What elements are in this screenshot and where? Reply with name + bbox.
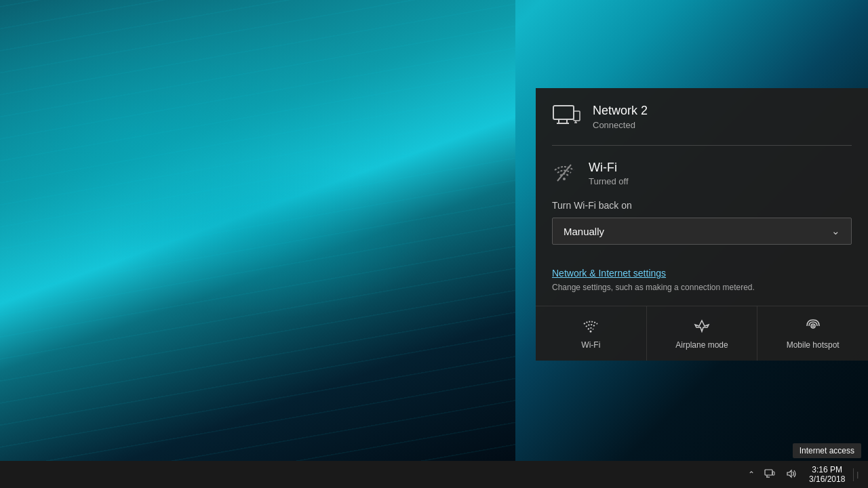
clock-time: 3:16 PM [812, 465, 842, 474]
wifi-quick-icon [583, 319, 599, 336]
internet-access-tooltip: Internet access [793, 443, 861, 458]
svg-rect-0 [553, 106, 574, 119]
mobile-hotspot-icon [805, 319, 821, 336]
svg-rect-4 [574, 111, 580, 121]
chevron-down-icon: ⌄ [831, 225, 840, 237]
manually-dropdown[interactable]: Manually ⌄ [552, 218, 852, 245]
network-flyout-panel: Network 2 Connected Wi-Fi Turned off Tur… [536, 88, 868, 361]
wifi-name: Wi-Fi [589, 161, 852, 175]
taskbar-network-icon[interactable] [760, 466, 779, 483]
system-tray-expand-icon[interactable]: ⌃ [745, 467, 757, 482]
wifi-quick-label: Wi-Fi [581, 340, 600, 350]
network-info: Network 2 Connected [593, 103, 852, 130]
settings-section: Network & Internet settings Change setti… [536, 254, 868, 303]
clock-area[interactable]: 3:16 PM 3/16/2018 [804, 465, 850, 484]
wifi-off-icon [552, 162, 576, 185]
network-name: Network 2 [593, 103, 852, 119]
mobile-hotspot-label: Mobile hotspot [787, 340, 840, 350]
network-monitor-icon [552, 104, 580, 129]
wifi-section: Wi-Fi Turned off [536, 146, 868, 193]
turn-wifi-label: Turn Wi-Fi back on [552, 200, 852, 211]
dropdown-selected-value: Manually [564, 226, 604, 237]
airplane-mode-icon [694, 319, 710, 336]
airplane-mode-quick-btn[interactable]: Airplane mode [647, 306, 758, 361]
settings-description: Change settings, such as making a connec… [552, 283, 852, 292]
wifi-status: Turned off [589, 176, 852, 186]
svg-rect-12 [765, 470, 772, 475]
network-connected-section: Network 2 Connected [536, 88, 868, 145]
network-settings-link[interactable]: Network & Internet settings [552, 268, 852, 279]
turn-wifi-section: Turn Wi-Fi back on Manually ⌄ [536, 193, 868, 254]
svg-point-11 [812, 325, 814, 327]
network-connection-status: Connected [593, 120, 852, 130]
clock-date: 3/16/2018 [809, 474, 845, 484]
taskbar-right-area: ⌃ 3:16 PM 3/16/2018 | [745, 465, 863, 484]
taskbar-volume-icon[interactable] [782, 466, 801, 483]
airplane-mode-label: Airplane mode [675, 340, 728, 350]
show-desktop-button[interactable]: | [853, 468, 863, 481]
svg-rect-13 [772, 472, 774, 475]
wifi-quick-btn[interactable]: Wi-Fi [536, 306, 647, 361]
svg-point-7 [563, 178, 566, 180]
quick-actions-bar: Wi-Fi Airplane mode Mobile hotspot [536, 306, 868, 361]
taskbar: ⌃ 3:16 PM 3/16/2018 | [0, 461, 868, 488]
mobile-hotspot-quick-btn[interactable]: Mobile hotspot [757, 306, 868, 361]
svg-point-9 [590, 330, 592, 332]
wifi-info: Wi-Fi Turned off [589, 161, 852, 186]
